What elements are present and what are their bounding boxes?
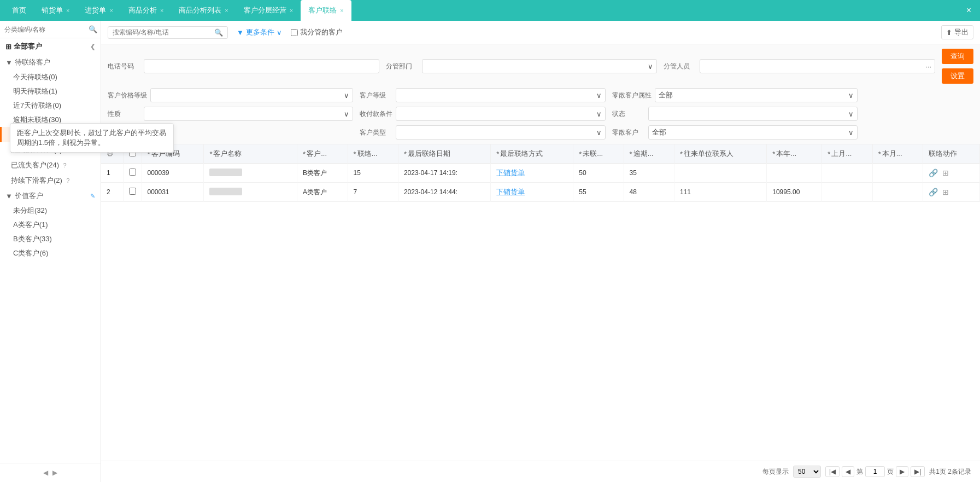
col-last-method: * 最后联络方式 [491, 144, 573, 164]
filter-retail-attr: 零散客户属性 全部 ∨ [612, 88, 858, 102]
nav-product-analysis[interactable]: 商品分析 × [121, 0, 171, 21]
col-name: * 客户名称 [204, 144, 297, 164]
next-page-button[interactable]: ▶ [896, 466, 908, 477]
row1-last-month [822, 164, 872, 183]
search-icon[interactable]: 🔍 [214, 28, 223, 37]
nav-product-list[interactable]: 商品分析列表 × [171, 0, 236, 21]
filter-row-2: 客户价格等级 ∨ 客户等级 ∨ 零散客户属性 全部 [108, 88, 973, 102]
row1-select-checkbox[interactable] [129, 169, 136, 176]
more-filter-button[interactable]: ▼ 更多条件 ∨ [232, 26, 286, 39]
tooltip-box: 距客户上次交易时长，超过了此客户的平均交易周期的1.5倍，则视为异常。 [10, 123, 174, 153]
sidebar-nav-next[interactable]: ▶ [52, 469, 57, 477]
retail-attr-select[interactable]: 全部 ∨ [655, 88, 858, 102]
close-product-list-icon[interactable]: × [225, 7, 228, 14]
row1-last-method: 下销货单 [491, 164, 573, 183]
chevron-down-icon: ∨ [277, 28, 282, 37]
row2-type: A类客户 [297, 183, 348, 202]
row2-grid-action-icon[interactable]: ⊞ [942, 188, 949, 196]
all-customers-title[interactable]: ⊞ 全部客户 ❮ [0, 38, 101, 55]
collapse-sidebar-icon[interactable]: ❮ [90, 43, 95, 50]
per-page-select[interactable]: 50 100 200 [793, 466, 821, 478]
payment-select[interactable]: ∨ [396, 107, 605, 121]
close-sales-icon[interactable]: × [66, 7, 69, 14]
close-customer-tier-icon[interactable]: × [290, 7, 293, 14]
table-area: ⚙ * 客户编码 * [101, 144, 980, 461]
declining-item[interactable]: 持续下滑客户(2) ? [0, 173, 101, 188]
close-product-analysis-icon[interactable]: × [160, 7, 163, 14]
row2-name [204, 183, 297, 202]
customer-type-select[interactable]: ∨ [396, 125, 605, 140]
row2-last-method-link[interactable]: 下销货单 [496, 188, 525, 196]
row2-link-action-icon[interactable]: 🔗 [929, 188, 938, 196]
search-input[interactable] [113, 28, 212, 36]
nav-customer-tier[interactable]: 客户分层经营 × [236, 0, 301, 21]
value-group-edit-icon[interactable]: ✎ [90, 193, 95, 200]
lost-actual-item[interactable]: 已流失客户(24) ? [0, 158, 101, 173]
filter-status: 状态 ∨ [612, 107, 858, 121]
pagination-nav: |◀ ◀ 第 页 ▶ ▶| [825, 466, 925, 477]
nav-customer-contact[interactable]: 客户联络 × [301, 0, 351, 21]
filter-icon: ▼ [237, 28, 244, 37]
sidebar-search-icon[interactable]: 🔍 [89, 25, 97, 33]
window-close-button[interactable]: × [962, 5, 976, 15]
close-purchase-icon[interactable]: × [109, 7, 113, 14]
nav-purchase[interactable]: 进货单 × [77, 0, 120, 21]
value-ungroup[interactable]: 未分组(32) [0, 204, 101, 218]
close-customer-contact-icon[interactable]: × [340, 7, 343, 14]
nav-home[interactable]: 首页 [4, 0, 34, 21]
row2-action: 🔗 ⊞ [923, 183, 980, 202]
pagination: 每页显示 50 100 200 |◀ ◀ 第 页 ▶ ▶| 共1页 2条记录 [101, 461, 980, 482]
data-table: ⚙ * 客户编码 * [101, 144, 980, 202]
row1-grid-action-icon[interactable]: ⊞ [942, 169, 949, 177]
status-select[interactable]: ∨ [648, 107, 858, 121]
row2-overdue: 48 [624, 183, 674, 202]
filter-payment: 收付款条件 ∨ [360, 107, 605, 121]
action-buttons: 查询 设置 [942, 49, 973, 84]
dept-select[interactable]: ∨ [422, 59, 658, 73]
dept-chevron-icon: ∨ [648, 62, 653, 71]
filter-phone: 电话号码 [108, 59, 379, 73]
first-page-button[interactable]: |◀ [825, 466, 840, 477]
row2-select-checkbox[interactable] [129, 188, 136, 195]
col-action: 联络动作 [923, 144, 980, 164]
my-customer-checkbox-wrap[interactable]: 我分管的客户 [291, 27, 343, 37]
col-overdue: * 逾期... [624, 144, 674, 164]
follow-7days[interactable]: 近7天待联络(0) [0, 98, 101, 113]
prev-page-button[interactable]: ◀ [842, 466, 854, 477]
value-group[interactable]: ▼ 价值客户 ✎ [0, 188, 101, 204]
row1-last-method-link[interactable]: 下销货单 [496, 169, 525, 177]
value-b[interactable]: B类客户(33) [0, 232, 101, 246]
row1-link-action-icon[interactable]: 🔗 [929, 169, 938, 177]
retail-customer-select[interactable]: 全部 ∨ [648, 125, 858, 140]
row1-type: B类客户 [297, 164, 348, 183]
page-number-input[interactable] [865, 466, 885, 477]
row2-last-method: 下销货单 [491, 183, 573, 202]
settings-button[interactable]: 设置 [942, 68, 973, 84]
follow-today[interactable]: 今天待联络(0) [0, 70, 101, 84]
export-button[interactable]: ⬆ 导出 [941, 25, 973, 39]
row2-unit-contacts: 111 [674, 183, 766, 202]
price-level-select[interactable]: ∨ [150, 88, 353, 102]
col-type: * 客户... [297, 144, 348, 164]
last-page-button[interactable]: ▶| [911, 466, 925, 477]
gender-chevron-icon: ∨ [344, 110, 349, 118]
status-chevron-icon: ∨ [848, 110, 854, 118]
follow-tomorrow[interactable]: 明天待联络(1) [0, 84, 101, 98]
phone-input[interactable] [144, 59, 379, 73]
payment-chevron-icon: ∨ [596, 110, 602, 118]
sidebar-nav-prev[interactable]: ◀ [43, 469, 48, 477]
nav-sales[interactable]: 销货单 × [34, 0, 77, 21]
query-button[interactable]: 查询 [942, 49, 973, 64]
row1-last-date: 2023-04-17 14:19: [398, 164, 490, 183]
row2-name-blurred [209, 188, 242, 195]
value-c[interactable]: C类客户(6) [0, 246, 101, 260]
gender-select[interactable]: ∨ [144, 107, 353, 121]
manager-select[interactable]: ··· [700, 59, 935, 73]
follow-up-group[interactable]: ▼ 待联络客户 [0, 55, 101, 70]
my-customer-checkbox[interactable] [291, 29, 298, 36]
sidebar-search-input[interactable] [4, 26, 86, 33]
row1-this-year [767, 164, 822, 183]
customer-level-select[interactable]: ∨ [396, 88, 605, 102]
value-a[interactable]: A类客户(1) [0, 218, 101, 232]
row1-name [204, 164, 297, 183]
